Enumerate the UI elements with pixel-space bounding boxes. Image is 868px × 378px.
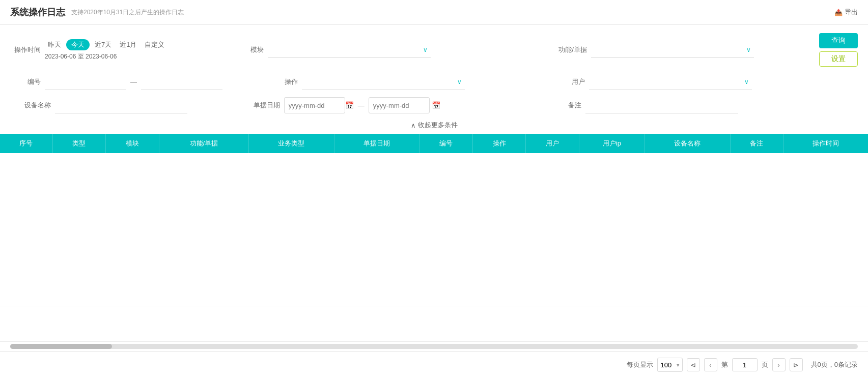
operation-select[interactable] [302, 74, 465, 90]
per-page-label: 每页显示 [627, 360, 653, 369]
export-label: 导出 [845, 8, 858, 17]
page-input[interactable] [732, 358, 758, 371]
feature-label: 功能/单据 [546, 45, 587, 54]
settings-button[interactable]: 设置 [819, 51, 858, 67]
feature-select-wrapper: ∨ [591, 42, 754, 58]
operation-select-wrapper: ∨ [302, 74, 465, 90]
voucher-date-label: 单据日期 [239, 101, 280, 110]
number-label: 编号 [10, 77, 41, 86]
col-voucher-date: 单据日期 [334, 134, 419, 153]
voucher-date-col: 单据日期 📅 — 📅 [187, 97, 492, 113]
collapse-label: 收起更多条件 [418, 121, 458, 130]
page-container: 系统操作日志 支持2020年10月31日之后产生的操作日志 📤 导出 操作时间 … [0, 0, 868, 378]
number-col: 编号 — [10, 74, 222, 90]
date-start-input[interactable] [284, 97, 345, 113]
filter-area: 操作时间 昨天 今天 近7天 近1月 自定义 2023-06-06 至 2023… [0, 25, 868, 134]
filter-row-1: 操作时间 昨天 今天 近7天 近1月 自定义 2023-06-06 至 2023… [10, 33, 858, 67]
page-header: 系统操作日志 支持2020年10月31日之后产生的操作日志 📤 导出 [0, 0, 868, 25]
table-header: 序号 类型 模块 功能/单据 业务类型 单据日期 编号 操作 用户 用户ip 设… [0, 134, 868, 153]
time-btn-today[interactable]: 今天 [66, 39, 90, 50]
time-label: 操作时间 [10, 45, 41, 54]
per-page-wrapper: 100 50 200 ▼ [657, 358, 683, 372]
date-end-input[interactable] [369, 97, 430, 113]
col-operation: 操作 [472, 134, 525, 153]
time-range: 2023-06-06 至 2023-06-06 [45, 52, 167, 61]
horizontal-scrollbar[interactable] [10, 344, 858, 349]
empty-row [0, 153, 868, 306]
col-type: 类型 [52, 134, 105, 153]
module-label: 模块 [233, 45, 264, 54]
time-btn-7days[interactable]: 近7天 [92, 39, 115, 50]
user-col: 用户 ∨ [510, 74, 797, 90]
export-icon: 📤 [834, 9, 843, 16]
page-title: 系统操作日志 [10, 6, 65, 18]
first-page-button[interactable]: ⊲ [687, 358, 700, 371]
operation-label: 操作 [267, 77, 298, 86]
col-remark: 备注 [730, 134, 783, 153]
filter-row-3: 设备名称 单据日期 📅 — 📅 备注 [10, 97, 858, 113]
time-btn-custom[interactable]: 自定义 [142, 39, 167, 50]
col-user: 用户 [526, 134, 579, 153]
header-actions: 📤 导出 [834, 8, 858, 17]
page-label: 第 [721, 360, 728, 369]
module-col: 模块 ∨ [173, 42, 491, 58]
prev-page-button[interactable]: ‹ [704, 358, 717, 371]
time-filter-col: 操作时间 昨天 今天 近7天 近1月 自定义 2023-06-06 至 2023… [10, 39, 173, 61]
date-dash: — [358, 102, 365, 109]
remark-col: 备注 [492, 97, 797, 113]
number-dash: — [130, 78, 137, 86]
feature-col: 功能/单据 ∨ [491, 42, 809, 58]
col-user-ip: 用户ip [579, 134, 645, 153]
last-page-button[interactable]: ⊳ [790, 358, 803, 371]
operation-col: 操作 ∨ [222, 74, 510, 90]
number-input-end[interactable] [141, 74, 222, 90]
time-btn-yesterday[interactable]: 昨天 [45, 39, 64, 50]
time-btn-1month[interactable]: 近1月 [117, 39, 139, 50]
user-label: 用户 [554, 77, 585, 86]
number-input-start[interactable] [45, 74, 126, 90]
table-container: 序号 类型 模块 功能/单据 业务类型 单据日期 编号 操作 用户 用户ip 设… [0, 134, 868, 341]
remark-input[interactable] [585, 97, 738, 113]
query-button[interactable]: 查询 [819, 33, 858, 48]
collapse-row: ∧ 收起更多条件 [10, 121, 858, 130]
export-button[interactable]: 📤 导出 [834, 8, 858, 17]
module-select-wrapper: ∨ [268, 42, 431, 58]
col-number: 编号 [419, 134, 472, 153]
data-table: 序号 类型 模块 功能/单据 业务类型 单据日期 编号 操作 用户 用户ip 设… [0, 134, 868, 306]
page-unit: 页 [762, 360, 768, 369]
module-select[interactable] [268, 42, 431, 58]
table-body [0, 153, 868, 306]
per-page-select[interactable]: 100 50 200 [657, 358, 683, 372]
collapse-icon: ∧ [411, 122, 416, 129]
user-select-wrapper: ∨ [589, 74, 752, 90]
action-buttons: 查询 设置 [819, 33, 858, 67]
table-header-row: 序号 类型 模块 功能/单据 业务类型 单据日期 编号 操作 用户 用户ip 设… [0, 134, 868, 153]
calendar-end-icon[interactable]: 📅 [432, 101, 440, 109]
empty-area [0, 153, 868, 306]
col-device: 设备名称 [645, 134, 730, 153]
remark-label: 备注 [551, 101, 581, 110]
user-select[interactable] [589, 74, 752, 90]
col-biz-type: 业务类型 [249, 134, 334, 153]
device-col: 设备名称 [10, 97, 187, 113]
col-sequence: 序号 [0, 134, 52, 153]
device-input[interactable] [55, 97, 187, 113]
device-label: 设备名称 [10, 101, 51, 110]
col-op-time: 操作时间 [783, 134, 868, 153]
feature-select[interactable] [591, 42, 754, 58]
total-label: 共0页，0条记录 [811, 360, 858, 369]
page-subtitle: 支持2020年10月31日之后产生的操作日志 [71, 8, 184, 17]
pagination: 每页显示 100 50 200 ▼ ⊲ ‹ 第 页 › ⊳ 共0页，0条记录 [0, 351, 868, 378]
next-page-button[interactable]: › [772, 358, 786, 371]
scrollbar-thumb[interactable] [10, 344, 112, 349]
time-filter-group: 昨天 今天 近7天 近1月 自定义 2023-06-06 至 2023-06-0… [45, 39, 167, 61]
calendar-start-icon[interactable]: 📅 [345, 101, 354, 109]
col-module: 模块 [106, 134, 159, 153]
filter-row-2: 编号 — 操作 ∨ 用户 [10, 74, 858, 90]
collapse-button[interactable]: ∧ 收起更多条件 [411, 121, 458, 130]
time-buttons: 昨天 今天 近7天 近1月 自定义 [45, 39, 167, 50]
col-feature: 功能/单据 [159, 134, 248, 153]
scrollbar-area [0, 341, 868, 351]
